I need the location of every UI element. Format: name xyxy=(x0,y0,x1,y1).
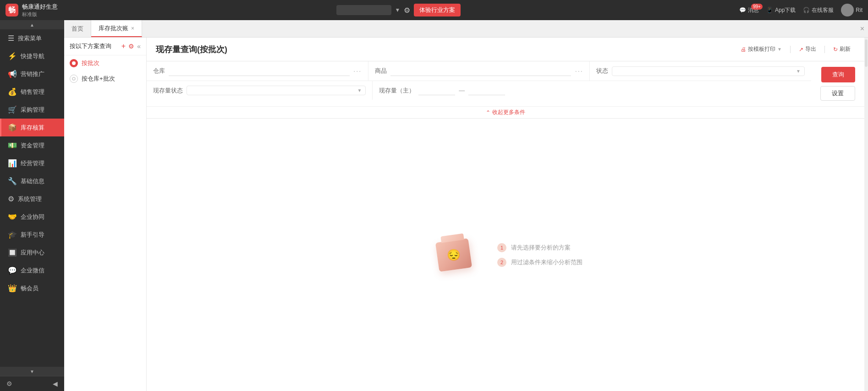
sidebar-item-label: 销售管理 xyxy=(21,88,44,96)
sidebar-item-label: 营销推广 xyxy=(21,70,44,78)
box-body: 😔 xyxy=(435,238,472,272)
inventory-status-label: 现存量状态 xyxy=(153,87,183,95)
warehouse-input[interactable] xyxy=(169,66,350,76)
sidebar-item-wechat[interactable]: 💬 企业微信 xyxy=(0,261,64,279)
status-arrow: ▼ xyxy=(796,69,801,74)
collapse-row[interactable]: ⌃ 收起更多条件 xyxy=(147,106,864,118)
page-header: 现存量查询(按批次) 🖨 按模板打印 ▼ ↗ 导出 xyxy=(147,38,864,61)
solution-icon-inactive xyxy=(70,75,78,83)
refresh-btn[interactable]: ↻ 刷新 xyxy=(829,43,855,55)
solution-item-warehouse-batch[interactable]: 按仓库+批次 xyxy=(64,71,146,87)
filter-product: 商品 ··· xyxy=(368,61,590,81)
sidebar-item-inventory[interactable]: 📦 库存核算 xyxy=(0,119,64,136)
sidebar-item-search[interactable]: ☰ 搜索菜单 xyxy=(0,29,64,47)
app-download-btn[interactable]: 📱 App下载 xyxy=(766,6,796,14)
product-dots[interactable]: ··· xyxy=(575,66,583,76)
warehouse-label: 仓库 xyxy=(153,67,165,75)
sidebar-item-quicknav[interactable]: ⚡ 快捷导航 xyxy=(0,47,64,65)
product-input[interactable] xyxy=(390,66,571,76)
status-dropdown[interactable]: ▼ xyxy=(612,66,805,76)
message-icon: 💬 xyxy=(739,7,746,13)
sidebar-item-sales[interactable]: 💰 销售管理 xyxy=(0,83,64,101)
inventory-amount-min[interactable] xyxy=(418,86,455,95)
solution-settings-btn[interactable]: ⚙ xyxy=(128,43,134,50)
filter-container: 仓库 ··· 商品 ··· xyxy=(147,61,864,119)
tab-home[interactable]: 首页 xyxy=(64,20,91,37)
sidebar-item-label: 经营管理 xyxy=(21,159,44,168)
scroll-down-icon: ▼ xyxy=(30,369,34,374)
app-title-group: 畅康通好生意 标准版 xyxy=(22,3,58,18)
sidebar-item-purchase[interactable]: 🛒 采购管理 xyxy=(0,101,64,119)
search-dropdown-btn[interactable]: ▼ xyxy=(395,7,401,13)
search-menu-icon: ☰ xyxy=(8,34,14,43)
sidebar-scroll-up[interactable]: ▲ xyxy=(0,20,64,29)
filter-inventory-status: 现存量状态 ▼ xyxy=(147,81,373,100)
solution-item-batch[interactable]: 按批次 xyxy=(64,55,146,71)
tab-inventory-batch[interactable]: 库存批次账 × xyxy=(91,20,142,37)
system-icon: ⚙ xyxy=(8,195,14,203)
industry-btn[interactable]: 体验行业方案 xyxy=(414,4,461,16)
headset-icon: 🎧 xyxy=(803,7,810,13)
sidebar-collapse-btn[interactable]: ◀ xyxy=(53,380,58,387)
sidebar-scroll-area: ☰ 搜索菜单 ⚡ 快捷导航 📢 营销推广 💰 销售管理 🛒 采购管理 📦 库 xyxy=(0,29,64,367)
tip2-num-badge: 2 xyxy=(497,258,506,267)
user-area[interactable]: Rit xyxy=(841,4,863,16)
empty-box-wrapper: 😔 xyxy=(437,240,470,270)
page-title: 现存量查询(按批次) xyxy=(156,44,227,55)
inventory-amount-label: 现存量（主） xyxy=(379,87,415,95)
sidebar-item-basic[interactable]: 🔧 基础信息 xyxy=(0,172,64,190)
print-btn[interactable]: 🖨 按模板打印 ▼ xyxy=(736,43,786,55)
top-bar: 畅 畅康通好生意 标准版 ▼ ⚙ 体验行业方案 💬 消息 99+ 📱 App下载… xyxy=(0,0,868,20)
inventory-amount-max[interactable] xyxy=(468,86,505,95)
tab-bar-close-all-btn[interactable]: × xyxy=(860,25,864,33)
status-label: 状态 xyxy=(596,67,608,75)
wechat-icon: 💬 xyxy=(8,266,17,275)
app-title: 畅康通好生意 xyxy=(22,3,58,11)
sidebar-item-label: 资金管理 xyxy=(21,141,44,150)
messages-btn[interactable]: 💬 消息 99+ xyxy=(739,6,759,14)
sidebar-item-operations[interactable]: 📊 经营管理 xyxy=(0,154,64,172)
collapse-btn[interactable]: ⌃ 收起更多条件 xyxy=(486,109,525,116)
tab-close-icon[interactable]: × xyxy=(131,25,134,32)
inventory-status-dropdown[interactable]: ▼ xyxy=(187,86,366,95)
sidebar-item-enterprise[interactable]: 🤝 企业协同 xyxy=(0,208,64,226)
newuser-icon: 🎓 xyxy=(8,230,17,239)
top-search-input[interactable] xyxy=(336,5,391,15)
export-btn[interactable]: ↗ 导出 xyxy=(794,43,821,55)
solution-label: 按仓库+批次 xyxy=(82,75,115,83)
print-icon: 🖨 xyxy=(741,46,746,53)
right-scrollbar[interactable] xyxy=(864,38,868,391)
sidebar-item-appcenter[interactable]: 🔲 应用中心 xyxy=(0,244,64,261)
sidebar-item-label: 系统管理 xyxy=(18,195,42,203)
sidebar-item-members[interactable]: 👑 畅会员 xyxy=(0,279,64,297)
customer-service-btn[interactable]: 🎧 在线客服 xyxy=(803,6,834,14)
avatar xyxy=(841,4,854,16)
query-btn[interactable]: 查询 xyxy=(821,67,855,82)
sidebar: ▲ ☰ 搜索菜单 ⚡ 快捷导航 📢 营销推广 💰 销售管理 🛒 采购管理 xyxy=(0,20,64,391)
page-content: 按以下方案查询 + ⚙ « 按批次 xyxy=(64,38,868,391)
sidebar-item-finance[interactable]: 💵 资金管理 xyxy=(0,136,64,154)
sidebar-item-label: 基础信息 xyxy=(21,177,44,185)
amount-dash: — xyxy=(459,87,465,94)
warehouse-dots[interactable]: ··· xyxy=(353,66,362,76)
finance-icon: 💵 xyxy=(8,141,17,150)
sidebar-item-system[interactable]: ⚙ 系统管理 xyxy=(0,190,64,208)
sidebar-settings-btn[interactable]: ⚙ xyxy=(6,380,12,387)
sidebar-item-label: 库存核算 xyxy=(21,124,44,132)
app-download-label: App下载 xyxy=(775,6,796,14)
scroll-up-icon: ▲ xyxy=(30,22,34,27)
left-panel-collapse-btn[interactable]: « xyxy=(137,43,141,50)
settings-gear-btn[interactable]: ⚙ xyxy=(404,6,410,15)
add-solution-btn[interactable]: + xyxy=(121,42,126,50)
sidebar-item-newuser[interactable]: 🎓 新手引导 xyxy=(0,226,64,244)
sidebar-item-label: 企业微信 xyxy=(21,266,44,275)
setting-btn[interactable]: 设置 xyxy=(820,86,855,101)
filter-buttons: 查询 设置 xyxy=(811,61,864,106)
inventory-icon: 📦 xyxy=(8,123,17,132)
sidebar-item-marketing[interactable]: 📢 营销推广 xyxy=(0,65,64,83)
top-bar-left: 畅 畅康通好生意 标准版 xyxy=(5,3,58,18)
scrollbar-thumb xyxy=(865,39,868,67)
sidebar-scroll-down[interactable]: ▼ xyxy=(0,367,64,376)
sidebar-bottom: ⚙ ◀ xyxy=(0,376,64,391)
print-dropdown-arrow[interactable]: ▼ xyxy=(777,47,782,52)
